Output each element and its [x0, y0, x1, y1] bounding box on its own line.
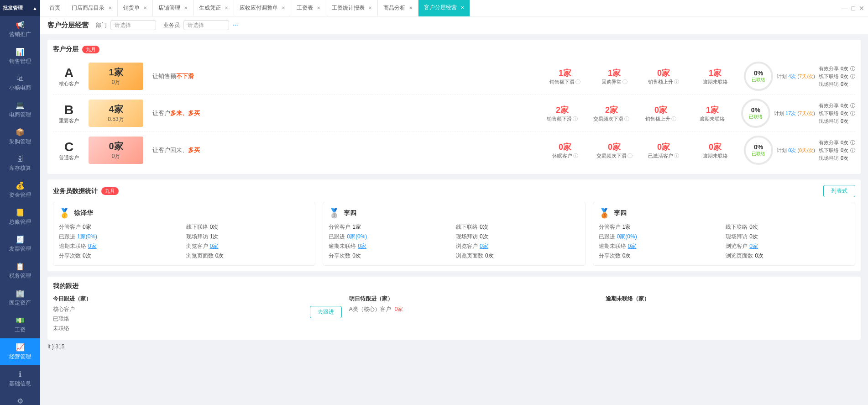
tier-bar-c[interactable]: 0家 0万 [89, 137, 143, 164]
tier-stat-label-c-1: 交易频次下滑 ⓘ [596, 153, 633, 159]
sidebar-label-固定资产: 固定资产 [9, 299, 31, 307]
tab-close-工资表[interactable]: ✕ [317, 5, 320, 11]
biz-card-0: 🥇 徐泽华 分管客户 0家 线下联络 0次 已跟进 [53, 202, 315, 266]
sidebar-item-小畅电商[interactable]: 🛍 小畅电商 [0, 70, 40, 96]
page-title: 客户分层经营 [47, 21, 89, 30]
goto-follow-button[interactable]: 去跟进 [310, 306, 342, 318]
tier-stat-a-0[interactable]: 1家 销售额下滑 ⓘ [542, 68, 588, 85]
tab-close-生成凭证[interactable]: ✕ [225, 5, 228, 11]
tier-slogan-c: 让客户回来、多买 [147, 146, 539, 154]
sidebar-item-固定资产[interactable]: 🏢 固定资产 [0, 284, 40, 311]
sidebar-header[interactable]: 批发管理 ▲ [0, 0, 40, 16]
tab-label-工资表: 工资表 [297, 4, 313, 12]
sidebar-icon-销售管理: 📊 [16, 47, 25, 56]
biz-stats-header: 业务员数据统计 九月 列表式 [53, 185, 855, 197]
sidebar-item-工资[interactable]: 💵 工资 [0, 311, 40, 338]
stat-line-b-2: 现场拜访 0次 [819, 118, 855, 125]
stat-label: 现场拜访 [819, 81, 839, 88]
tab-close-客户分层经营[interactable]: ✕ [460, 5, 464, 10]
stat-line-c-0: 有效分享 0次ⓘ [819, 139, 855, 146]
tab-close-工资统计报表[interactable]: ✕ [368, 5, 372, 11]
sales-label: 业务员 [163, 21, 180, 29]
biz-stat-逾期未联络-0: 逾期未联络 0家 [59, 242, 183, 250]
tab-minimize-icon[interactable]: — [842, 5, 848, 12]
tab-restore-icon[interactable]: □ [852, 5, 855, 12]
dept-label: 部门 [96, 21, 107, 29]
tier-bar-b[interactable]: 4家 0.53万 [89, 100, 143, 127]
tab-客户分层经营[interactable]: 客户分层经营 ✕ [418, 0, 470, 16]
tab-close-店铺管理[interactable]: ✕ [184, 5, 188, 11]
stat-label: 有效分享 [819, 139, 839, 146]
follow-header: 我的跟进 [53, 282, 855, 290]
sidebar-item-总账管理[interactable]: 📒 总账管理 [0, 204, 40, 231]
sidebar-item-库存核算[interactable]: 🗄 库存核算 [0, 150, 40, 177]
filter-dots-icon[interactable]: ··· [233, 21, 239, 29]
biz-stat-浏览页面数-1: 浏览页面数 0次 [456, 252, 580, 260]
sidebar-item-采购管理[interactable]: 📦 采购管理 [0, 123, 40, 150]
sidebar-item-电商管理[interactable]: 💻 电商管理 [0, 96, 40, 123]
content-area: 客户分层 九月 A 核心客户 1家 0万 让销售额不下滑 1家 销售额下滑 [40, 34, 868, 405]
tab-门店商品目录[interactable]: 门店商品目录 ✕ [66, 0, 118, 16]
tab-工资表[interactable]: 工资表 ✕ [291, 0, 326, 16]
biz-name-0: 徐泽华 [74, 209, 93, 217]
tier-name-c: 普通客户 [59, 154, 79, 161]
sidebar-item-基础信息[interactable]: ℹ 基础信息 [0, 365, 40, 392]
sidebar-icon-经营管理: 📈 [16, 343, 25, 352]
tab-close-销货单[interactable]: ✕ [143, 5, 147, 11]
tier-stat-b-0[interactable]: 2家 销售额下滑 ⓘ [539, 105, 585, 122]
sidebar-icon-工资: 💵 [16, 316, 25, 325]
list-view-button[interactable]: 列表式 [823, 185, 855, 197]
tab-首页[interactable]: 首页 [44, 0, 66, 16]
tier-stat-b-1[interactable]: 2家 交易频次下滑 ⓘ [589, 105, 634, 122]
tab-close-all-icon[interactable]: ✕ [859, 5, 864, 12]
stat-line-c-2: 现场拜访 0次 [819, 155, 855, 162]
tab-工资统计报表[interactable]: 工资统计报表 ✕ [326, 0, 378, 16]
sidebar-icon-库存核算: 🗄 [16, 155, 24, 163]
tab-生成凭证[interactable]: 生成凭证 ✕ [193, 0, 234, 16]
tab-销货单[interactable]: 销货单 ✕ [118, 0, 153, 16]
sidebar-item-发票管理[interactable]: 🧾 发票管理 [0, 231, 40, 258]
stat-line-a-2: 现场拜访 0次 [819, 81, 855, 88]
sidebar-label-工资: 工资 [15, 326, 26, 334]
sidebar-item-系统管理[interactable]: ⚙ 系统管理 [0, 392, 40, 405]
follow-today-label-1: 已联络 [53, 315, 69, 323]
sales-select[interactable]: 请选择 [183, 20, 229, 30]
biz-stat-分享次数-1: 分享次数 0次 [329, 252, 452, 260]
tab-close-商品分析[interactable]: ✕ [409, 5, 413, 11]
tier-contact-count-b: 1家 [706, 105, 719, 116]
customer-tier-month: 九月 [82, 46, 99, 53]
tier-contact-count-c: 0家 [709, 142, 722, 153]
tier-stat-c-2[interactable]: 0家 已激活客户 ⓘ [641, 142, 686, 159]
sidebar-item-销售管理[interactable]: 📊 销售管理 [0, 43, 40, 70]
tier-amount-a: 0万 [112, 79, 120, 86]
sidebar-item-税务管理[interactable]: 📋 税务管理 [0, 258, 40, 284]
tier-plan-c: 计划 0次 (0天/次) [777, 147, 815, 154]
tier-circle-status-b: 已联络 [749, 114, 763, 120]
tier-stat-c-0[interactable]: 0家 休眠客户 ⓘ [542, 142, 588, 159]
sidebar-icon-税务管理: 📋 [16, 262, 25, 271]
dept-select[interactable]: 请选择 [110, 20, 156, 30]
sidebar-collapse-icon[interactable]: ▲ [32, 5, 37, 11]
tier-stat-c-1[interactable]: 0家 交易频次下滑 ⓘ [591, 142, 637, 159]
tier-stat-count-c-0: 0家 [559, 142, 571, 153]
tab-商品分析[interactable]: 商品分析 ✕ [378, 0, 418, 16]
tier-bar-a[interactable]: 1家 0万 [89, 63, 143, 90]
sidebar-item-资金管理[interactable]: 💰 资金管理 [0, 177, 40, 204]
sidebar-label-电商管理: 电商管理 [9, 111, 31, 119]
tier-stat-a-2[interactable]: 0家 销售额上升 ⓘ [641, 68, 686, 85]
tab-close-应收应付调整单[interactable]: ✕ [282, 5, 285, 11]
tab-bar: 首页 门店商品目录 ✕ 销货单 ✕ 店铺管理 ✕ 生成凭证 ✕ 应收应付调整单 … [40, 0, 868, 16]
tab-应收应付调整单[interactable]: 应收应付调整单 ✕ [234, 0, 291, 16]
tab-close-门店商品目录[interactable]: ✕ [108, 5, 112, 11]
tier-contact-label-a: 逾期未联络 [703, 79, 728, 85]
stat-label: 线下联络 [819, 147, 839, 154]
biz-stat-现场拜访-2: 现场拜访 0次 [726, 233, 849, 241]
sidebar-item-营销推广[interactable]: 📢 营销推广 [0, 16, 40, 43]
tier-stat-a-1[interactable]: 1家 回购异常 ⓘ [591, 68, 637, 85]
tier-stat-b-2[interactable]: 0家 销售额上升 ⓘ [638, 105, 684, 122]
tab-店铺管理[interactable]: 店铺管理 ✕ [153, 0, 193, 16]
main-area: 首页 门店商品目录 ✕ 销货单 ✕ 店铺管理 ✕ 生成凭证 ✕ 应收应付调整单 … [40, 0, 868, 405]
biz-medal-1: 🥈 [329, 208, 340, 219]
sidebar-item-经营管理[interactable]: 📈 经营管理 [0, 338, 40, 365]
tier-circle-a: 0% 已联络 [744, 62, 773, 91]
